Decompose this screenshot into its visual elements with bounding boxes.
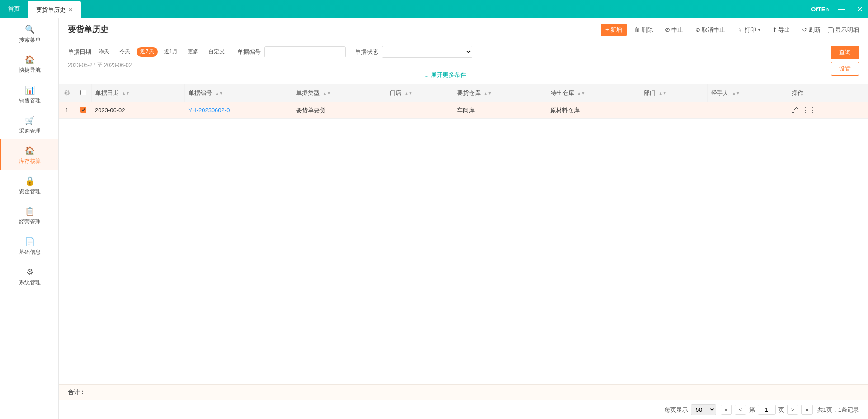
column-settings-icon[interactable]: ⚙ bbox=[64, 89, 70, 97]
more-ops-icon[interactable]: ⋮⋮ bbox=[802, 106, 816, 114]
page-info: 共1页，1条记录 bbox=[817, 406, 859, 414]
order-no-link[interactable]: YH-20230602-0 bbox=[189, 107, 230, 114]
expand-icon: ⌄ bbox=[424, 72, 429, 79]
tab-home[interactable]: 首页 bbox=[0, 0, 28, 18]
query-button[interactable]: 查询 bbox=[831, 46, 859, 59]
doc-icon: 📄 bbox=[25, 237, 35, 247]
sort-arrows-department: ▲▼ bbox=[659, 91, 667, 95]
cancel-stop-button[interactable]: ⊘ 取消中止 bbox=[691, 24, 730, 36]
page-nav: « < 第 页 > » bbox=[721, 405, 813, 415]
td-store bbox=[386, 102, 453, 119]
export-button[interactable]: ⬆ 导出 bbox=[768, 24, 795, 36]
th-req-warehouse[interactable]: 要货仓库 ▲▼ bbox=[453, 84, 547, 102]
td-checkbox[interactable] bbox=[75, 102, 91, 119]
filter-area: 单据日期 昨天 今天 近7天 近1月 更多 自定义 单据编号 bbox=[59, 41, 868, 84]
page-label: 页 bbox=[778, 406, 784, 414]
sidebar-item-inventory[interactable]: 🏠 库存核算 bbox=[0, 139, 58, 170]
td-department bbox=[640, 102, 708, 119]
sidebar-item-finance-mgmt[interactable]: 🔒 资金管理 bbox=[0, 170, 58, 200]
toolbar: + 新增 🗑 删除 ⊘ 中止 ⊘ 取消中止 🖨 打印 ▾ bbox=[601, 24, 859, 41]
brand-text: OfTEn bbox=[811, 6, 834, 13]
print-button[interactable]: 🖨 打印 ▾ bbox=[732, 24, 765, 36]
status-select[interactable] bbox=[382, 46, 472, 58]
td-pending-warehouse: 原材料仓库 bbox=[547, 102, 640, 119]
search-icon: 🔍 bbox=[25, 24, 35, 34]
display-detail-checkbox[interactable] bbox=[828, 27, 834, 33]
refresh-button[interactable]: ↺ 刷新 bbox=[797, 24, 825, 36]
new-button[interactable]: + 新增 bbox=[601, 24, 627, 36]
sort-arrows-date: ▲▼ bbox=[122, 91, 130, 95]
shortcut-last-month[interactable]: 近1月 bbox=[160, 47, 182, 57]
th-order-type[interactable]: 单据类型 ▲▼ bbox=[292, 84, 386, 102]
shortcut-last7days[interactable]: 近7天 bbox=[137, 47, 158, 57]
sidebar-item-search-menu[interactable]: 🔍 搜索菜单 bbox=[0, 18, 58, 48]
sort-arrows-pending-warehouse: ▲▼ bbox=[577, 91, 585, 95]
prev-page-btn[interactable]: < bbox=[735, 405, 746, 415]
td-handler bbox=[708, 102, 788, 119]
delete-button[interactable]: 🗑 删除 bbox=[629, 24, 658, 36]
td-order-no[interactable]: YH-20230602-0 bbox=[185, 102, 292, 119]
shortcut-today[interactable]: 今天 bbox=[116, 47, 134, 57]
cart-icon: 🛒 bbox=[25, 115, 35, 125]
th-settings[interactable]: ⚙ bbox=[59, 84, 75, 102]
shortcut-custom[interactable]: 自定义 bbox=[205, 47, 228, 57]
th-handler[interactable]: 经手人 ▲▼ bbox=[708, 84, 788, 102]
order-no-filter-group: 单据编号 bbox=[237, 46, 346, 57]
sidebar-item-sales-mgmt[interactable]: 📊 销售管理 bbox=[0, 79, 58, 109]
close-tab-icon[interactable]: ✕ bbox=[68, 7, 73, 13]
sidebar: 🔍 搜索菜单 🏠 快捷导航 📊 销售管理 🛒 采购管理 🏠 库存核算 🔒 资金管… bbox=[0, 18, 59, 419]
display-detail-toggle[interactable]: 显示明细 bbox=[828, 26, 859, 34]
per-page-group: 每页显示 20 50 100 200 bbox=[665, 404, 716, 415]
minimize-icon[interactable]: — bbox=[838, 5, 845, 13]
expand-more-btn[interactable]: ⌄ 展开更多条件 bbox=[424, 71, 466, 79]
order-no-label: 单据编号 bbox=[237, 48, 261, 56]
date-range-text: 2023-05-27 至 2023-06-02 bbox=[68, 62, 132, 69]
th-order-no[interactable]: 单据编号 ▲▼ bbox=[185, 84, 292, 102]
status-label: 单据状态 bbox=[355, 48, 378, 56]
chart-icon: 📊 bbox=[25, 85, 35, 95]
pagination-bar: 每页显示 20 50 100 200 « < 第 页 > » 共1页，1条记录 bbox=[59, 400, 868, 419]
th-date[interactable]: 单据日期 ▲▼ bbox=[91, 84, 185, 102]
sidebar-item-base-info[interactable]: 📄 基础信息 bbox=[0, 230, 58, 261]
td-order-type: 要货单要货 bbox=[292, 102, 386, 119]
row-checkbox[interactable] bbox=[80, 107, 86, 113]
page-input[interactable] bbox=[758, 405, 776, 415]
td-index: 1 bbox=[59, 102, 75, 119]
table-header-row: ⚙ 单据日期 ▲▼ 单据编号 ▲▼ bbox=[59, 84, 868, 102]
order-no-input[interactable] bbox=[264, 46, 346, 57]
sort-arrows-order-type: ▲▼ bbox=[323, 91, 331, 95]
date-shortcuts: 昨天 今天 近7天 近1月 更多 自定义 bbox=[95, 47, 228, 57]
sidebar-item-ops-mgmt[interactable]: 📋 经营管理 bbox=[0, 200, 58, 230]
per-page-select[interactable]: 20 50 100 200 bbox=[691, 404, 716, 415]
data-table: ⚙ 单据日期 ▲▼ 单据编号 ▲▼ bbox=[59, 84, 868, 119]
last-page-btn[interactable]: » bbox=[801, 405, 812, 415]
content-area: 要货单历史 + 新增 🗑 删除 ⊘ 中止 ⊘ 取消中止 🖨 bbox=[59, 18, 868, 419]
th-ops: 操作 bbox=[788, 84, 868, 102]
td-ops: 🖊 ⋮⋮ bbox=[788, 102, 868, 119]
sidebar-item-purchase-mgmt[interactable]: 🛒 采购管理 bbox=[0, 109, 58, 139]
settings-button[interactable]: 设置 bbox=[831, 62, 859, 76]
sidebar-item-sys-mgmt[interactable]: ⚙ 系统管理 bbox=[0, 261, 58, 291]
shortcut-yesterday[interactable]: 昨天 bbox=[95, 47, 113, 57]
maximize-icon[interactable]: □ bbox=[849, 5, 853, 13]
top-bar-right: OfTEn — □ ✕ bbox=[811, 5, 868, 14]
th-pending-warehouse[interactable]: 待出仓库 ▲▼ bbox=[547, 84, 640, 102]
shortcut-more[interactable]: 更多 bbox=[184, 47, 202, 57]
per-page-label: 每页显示 bbox=[665, 406, 688, 414]
status-filter-group: 单据状态 bbox=[355, 46, 472, 58]
th-store[interactable]: 门店 ▲▼ bbox=[386, 84, 453, 102]
close-window-icon[interactable]: ✕ bbox=[857, 5, 863, 14]
td-date: 2023-06-02 bbox=[91, 102, 185, 119]
date-filter-group: 单据日期 昨天 今天 近7天 近1月 更多 自定义 bbox=[68, 47, 228, 57]
stop-button[interactable]: ⊘ 中止 bbox=[660, 24, 688, 36]
tab-order-history[interactable]: 要货单历史 ✕ bbox=[28, 1, 81, 19]
sidebar-item-quick-nav[interactable]: 🏠 快捷导航 bbox=[0, 48, 58, 79]
th-department[interactable]: 部门 ▲▼ bbox=[640, 84, 708, 102]
select-all-checkbox[interactable] bbox=[80, 90, 86, 95]
edit-icon[interactable]: 🖊 bbox=[792, 106, 799, 114]
page-goto-label: 第 bbox=[749, 406, 755, 414]
next-page-btn[interactable]: > bbox=[787, 405, 799, 415]
first-page-btn[interactable]: « bbox=[721, 405, 732, 415]
th-checkbox[interactable] bbox=[75, 84, 91, 102]
table-row[interactable]: 1 2023-06-02 YH-20230602-0 要货单要货 车间库 原材料… bbox=[59, 102, 868, 119]
